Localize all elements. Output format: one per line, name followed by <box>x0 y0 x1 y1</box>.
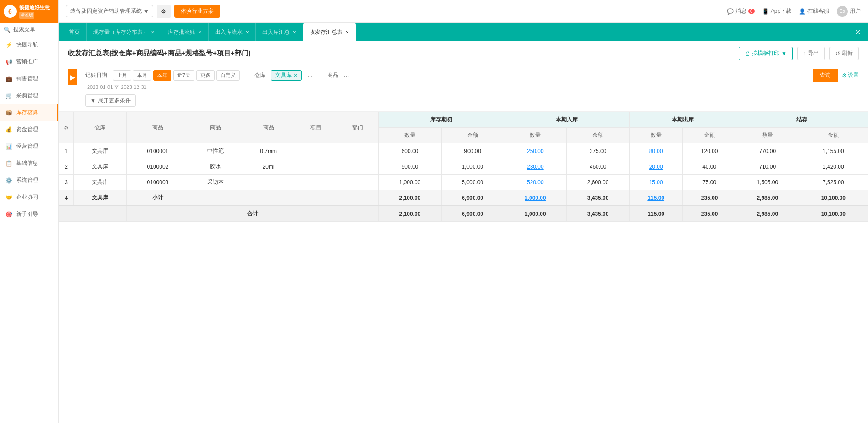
export-icon: ↑ <box>803 50 806 57</box>
sidebar-item-marketing[interactable]: 📢 营销推广 <box>0 53 58 70</box>
tab-inout-flow[interactable]: 出入库流水 ✕ <box>209 23 256 41</box>
date-btn-this-year[interactable]: 本年 <box>153 70 171 81</box>
row-warehouse: 文具库 <box>74 143 127 159</box>
row-balance-amt: 1,420.00 <box>799 159 868 175</box>
row-goods-code: 0100001 <box>127 143 189 159</box>
sidebar-item-purchase[interactable]: 🛒 采购管理 <box>0 87 58 104</box>
tab-inventory-dist[interactable]: 现存量（库存分布表） ✕ <box>87 23 161 41</box>
filter-content: 记账日期 上月 本月 本年 近7天 更多 自定义 仓库 文具库 ✕ <box>85 69 859 107</box>
table-subheader-out-qty: 数量 <box>629 128 683 143</box>
goods-more-btn[interactable]: ··· <box>344 72 349 79</box>
sidebar-item-enterprise[interactable]: 🤝 企业协同 <box>0 189 58 206</box>
row-in-qty[interactable]: 230.00 <box>504 159 567 175</box>
subtotal-row: 4 文具库 小计 2,100.00 6,900.00 1,000.00 3,43… <box>59 190 868 206</box>
subtotal-in-amt: 3,435.00 <box>567 190 630 206</box>
tab-inout-summary[interactable]: 出入库汇总 ✕ <box>256 23 303 41</box>
online-service-item[interactable]: 👤 在线客服 <box>799 7 829 15</box>
row-out-qty[interactable]: 80.00 <box>629 143 683 159</box>
sidebar-item-label: 搜索菜单 <box>13 26 35 33</box>
tab-receive-send-summary[interactable]: 收发存汇总表 ✕ <box>303 23 356 41</box>
system-selector[interactable]: 装备及固定资产辅助管理系统 ▼ <box>66 5 153 17</box>
refresh-btn[interactable]: ↺ 刷新 <box>829 47 859 60</box>
filter-toggle-btn[interactable]: ▶ <box>68 69 77 85</box>
date-btn-custom[interactable]: 自定义 <box>216 70 240 81</box>
tab-label: 出入库流水 <box>215 28 243 36</box>
service-icon: 👤 <box>799 8 806 15</box>
refresh-btn-label: 刷新 <box>842 49 853 57</box>
row-goods-name: 中性笔 <box>189 143 242 159</box>
sidebar-item-system[interactable]: ⚙️ 系统管理 <box>0 172 58 189</box>
row-out-qty[interactable]: 20.00 <box>629 159 683 175</box>
row-goods-code: 0100002 <box>127 159 189 175</box>
tab-batch-account[interactable]: 库存批次账 ✕ <box>161 23 209 41</box>
tab-close-icon[interactable]: ✕ <box>345 30 349 35</box>
sidebar-item-label: 库存核算 <box>16 109 38 116</box>
warehouse-remove-icon[interactable]: ✕ <box>293 72 298 78</box>
row-in-qty[interactable]: 520.00 <box>504 175 567 190</box>
sidebar-item-label: 营销推广 <box>16 58 38 66</box>
close-all-tabs-btn[interactable]: ✕ <box>851 28 864 37</box>
row-in-qty[interactable]: 250.00 <box>504 143 567 159</box>
settings-link[interactable]: ⚙ 设置 <box>842 69 859 82</box>
tab-close-icon[interactable]: ✕ <box>245 30 249 35</box>
total-out-qty: 115.00 <box>629 206 683 222</box>
row-out-qty[interactable]: 15.00 <box>629 175 683 190</box>
page-content: 收发存汇总表(按仓库+商品编码+商品+规格型号+项目+部门) 🖨 按模板打印 ▼… <box>59 41 868 423</box>
sidebar-item-operations[interactable]: 📊 经营管理 <box>0 138 58 155</box>
message-badge: 6 <box>748 9 755 14</box>
subtotal-out-qty[interactable]: 115.00 <box>629 190 683 206</box>
table-subheader-out-amt: 金额 <box>683 128 736 143</box>
row-project <box>295 143 337 159</box>
tab-close-icon[interactable]: ✕ <box>151 30 155 35</box>
enterprise-icon: 🤝 <box>6 194 12 201</box>
sidebar-item-label: 销售管理 <box>16 75 38 82</box>
row-opening-qty: 500.00 <box>379 159 442 175</box>
row-no: 1 <box>59 143 74 159</box>
logo-badge: 标准版 <box>19 12 34 19</box>
marketing-icon: 📢 <box>6 59 12 65</box>
sidebar-item-basic-info[interactable]: 📋 基础信息 <box>0 155 58 172</box>
date-btn-last-month[interactable]: 上月 <box>113 70 131 81</box>
expand-conditions-row: ▼ 展开更多条件 <box>85 94 859 107</box>
table-subheader-balance-qty: 数量 <box>736 128 799 143</box>
experience-btn[interactable]: 体验行业方案 <box>174 5 220 18</box>
date-btn-this-month[interactable]: 本月 <box>133 70 151 81</box>
sidebar-item-beginner[interactable]: 🎯 新手引导 <box>0 206 58 223</box>
sidebar-item-label: 新手引导 <box>16 210 38 218</box>
print-template-btn[interactable]: 🖨 按模板打印 ▼ <box>739 47 793 60</box>
subtotal-in-qty[interactable]: 1,000.00 <box>504 190 567 206</box>
warehouse-more-btn[interactable]: ··· <box>307 72 313 79</box>
date-btn-more[interactable]: 更多 <box>196 70 215 81</box>
settings-icon-btn[interactable]: ⚙ <box>157 5 171 18</box>
sidebar-item-search[interactable]: 🔍 搜索菜单 <box>0 23 58 36</box>
export-btn[interactable]: ↑ 导出 <box>797 47 825 60</box>
app-download-item[interactable]: 📱 App下载 <box>762 7 791 15</box>
online-service-label: 在线客服 <box>807 7 829 15</box>
tab-home[interactable]: 首页 <box>62 23 87 41</box>
user-label: 用户 <box>850 7 861 15</box>
sidebar-item-sales[interactable]: 💼 销售管理 <box>0 70 58 87</box>
phone-icon: 📱 <box>762 8 769 15</box>
table-subheader-opening-amt: 金额 <box>441 128 504 143</box>
date-btn-7days[interactable]: 近7天 <box>173 70 194 81</box>
expand-conditions-btn[interactable]: ▼ 展开更多条件 <box>85 94 136 107</box>
table-col-settings[interactable]: ⚙ <box>59 112 74 143</box>
row-no: 3 <box>59 175 74 190</box>
row-balance-qty: 770.00 <box>736 143 799 159</box>
sidebar-item-quick-nav[interactable]: ⚡ 快捷导航 <box>0 36 58 53</box>
app-download-label: App下载 <box>771 7 791 15</box>
row-opening-qty: 600.00 <box>379 143 442 159</box>
tab-close-icon[interactable]: ✕ <box>198 30 202 35</box>
total-balance-qty: 2,985.00 <box>736 206 799 222</box>
subtotal-balance-qty: 2,985.00 <box>736 190 799 206</box>
query-btn[interactable]: 查询 <box>813 69 838 82</box>
tab-close-icon[interactable]: ✕ <box>293 30 296 35</box>
warehouse-value: 文具库 <box>275 71 292 79</box>
tab-label: 首页 <box>69 28 80 36</box>
sidebar-item-finance[interactable]: 💰 资金管理 <box>0 121 58 138</box>
subtotal-out-amt: 235.00 <box>683 190 736 206</box>
message-item[interactable]: 💬 消息 6 <box>727 7 755 15</box>
user-item[interactable]: Ea 用户 <box>837 6 861 17</box>
sidebar-item-inventory[interactable]: 📦 库存核算 <box>0 104 58 121</box>
sidebar: 6 畅捷通好生意 标准版 🔍 搜索菜单 ⚡ 快捷导航 📢 营销推广 💼 销售管理… <box>0 0 59 423</box>
